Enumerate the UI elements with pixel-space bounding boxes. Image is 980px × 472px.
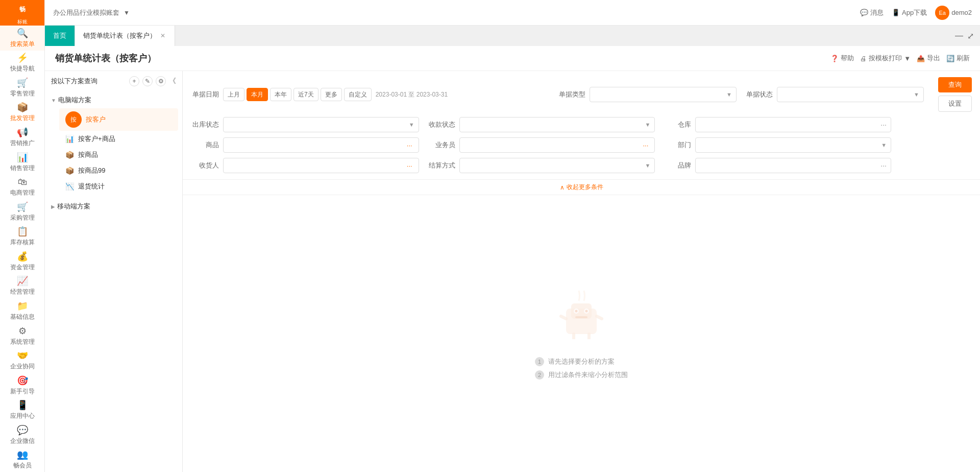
sidebar-item-ecommerce[interactable]: 🛍 电商管理 [0, 174, 44, 199]
tab-actions: — ⤢ [955, 31, 980, 41]
department-input[interactable]: ▼ [695, 137, 891, 153]
breadcrumb-dropdown[interactable]: ▼ [124, 9, 130, 16]
filter-field-goods: 商品 ··· [191, 137, 419, 153]
date-btn-more[interactable]: 更多 [321, 88, 342, 101]
sidebar-item-marketing[interactable]: 📢 营销推广 [0, 125, 44, 150]
tab-minimize-btn[interactable]: — [955, 31, 963, 40]
empty-state-icon [551, 288, 612, 349]
tab-close-btn[interactable]: ✕ [159, 31, 166, 40]
avatar: Ea [935, 6, 949, 20]
template-print-btn[interactable]: 🖨 按模板打印 ▼ [860, 54, 911, 63]
scheme-edit-btn[interactable]: ✎ [142, 76, 153, 86]
export-btn[interactable]: 📤 导出 [917, 54, 940, 63]
tab-home[interactable]: 首页 [45, 26, 75, 46]
message-btn[interactable]: 💬 消息 [860, 8, 884, 17]
sidebar-item-member[interactable]: 👥 畅会员 [0, 447, 44, 472]
out-status-input[interactable]: ▼ [223, 117, 419, 132]
app-download-btn[interactable]: 📱 App下载 [892, 8, 927, 17]
sidebar-item-inventory[interactable]: 📋 库存核算 [0, 224, 44, 249]
sidebar-item-search[interactable]: 🔍 搜索菜单 [0, 26, 44, 51]
sidebar-item-finance[interactable]: 💰 资金管理 [0, 249, 44, 274]
tab-maximize-btn[interactable]: ⤢ [967, 31, 974, 41]
sidebar-item-label: 资金管理 [10, 263, 35, 272]
download-icon: 📱 [892, 9, 900, 16]
setting-btn[interactable]: 设置 [938, 96, 972, 112]
sidebar-item-label: 快捷导航 [10, 64, 35, 73]
collapse-up-icon: ∧ [560, 184, 565, 191]
filter-field-consignee: 收货人 ··· [191, 158, 419, 173]
tab-sales-stats[interactable]: 销货单统计表（按客户） ✕ [75, 26, 175, 46]
doc-status-label: 单据状态 [745, 90, 773, 99]
sidebar-item-sales[interactable]: 📊 销售管理 [0, 150, 44, 175]
scheme-collapse-btn[interactable]: 《 [169, 77, 176, 86]
sidebar-item-quick-nav[interactable]: ⚡ 快捷导航 [0, 51, 44, 76]
sidebar-item-label: 批发管理 [10, 114, 35, 123]
print-icon: 🖨 [860, 55, 867, 62]
appcenter-icon: 📱 [17, 399, 28, 411]
salesperson-input[interactable]: ··· [459, 137, 655, 153]
date-btn-last-month[interactable]: 上月 [223, 88, 244, 101]
scheme-group-label-mobile: 移动端方案 [57, 202, 90, 211]
receive-status-input[interactable]: ▼ [459, 117, 655, 132]
doc-type-label: 单据类型 [557, 90, 585, 99]
sidebar-item-appcenter[interactable]: 📱 应用中心 [0, 397, 44, 422]
empty-tip-1: 1 请先选择要分析的方案 [535, 357, 628, 366]
goods-more-btn[interactable]: ··· [405, 141, 414, 149]
date-btn-this-year[interactable]: 本年 [270, 88, 291, 101]
consignee-more-btn[interactable]: ··· [405, 162, 414, 170]
scheme-settings-btn[interactable]: ⚙ [156, 76, 166, 86]
scheme-add-btn[interactable]: + [129, 76, 139, 86]
payment-method-input[interactable]: ▼ [459, 158, 655, 173]
collapse-bar[interactable]: ∧ 收起更多条件 [183, 180, 980, 195]
doc-status-input[interactable]: ▼ [777, 87, 924, 102]
filter-field-date: 单据日期 上月 本月 本年 近7天 更多 自定义 2023-03-01 至 20… [191, 88, 549, 101]
sidebar-item-wholesale[interactable]: 📦 批发管理 [0, 100, 44, 125]
sidebar-item-operations[interactable]: 📈 经营管理 [0, 274, 44, 299]
user-profile-btn[interactable]: Ea demo2 [935, 6, 972, 20]
sidebar-item-label: 企业微信 [10, 437, 35, 445]
sidebar-item-newbie[interactable]: 🎯 新手引导 [0, 373, 44, 398]
date-btn-custom[interactable]: 自定义 [344, 88, 372, 101]
filter-area: 单据日期 上月 本月 本年 近7天 更多 自定义 2023-03-01 至 20… [183, 71, 980, 472]
sidebar-item-label: 经营管理 [10, 288, 35, 296]
scheme-item-by-customer[interactable]: 按 按客户 [59, 108, 178, 131]
warehouse-label: 仓库 [663, 120, 691, 129]
filter-row-3: 商品 ··· 业务员 ··· [191, 137, 972, 153]
date-btn-last-7-days[interactable]: 近7天 [293, 88, 318, 101]
date-label: 单据日期 [191, 90, 219, 99]
sidebar-item-purchase[interactable]: 🛒 采购管理 [0, 199, 44, 224]
refresh-btn[interactable]: 🔄 刷新 [946, 54, 970, 63]
sidebar-item-wechat[interactable]: 💬 企业微信 [0, 422, 44, 447]
scheme-group-header-desktop[interactable]: ▼ 电脑端方案 [45, 92, 182, 108]
date-btn-this-month[interactable]: 本月 [247, 88, 268, 101]
consignee-input[interactable]: ··· [223, 158, 419, 173]
warehouse-input[interactable]: ··· [695, 117, 891, 132]
refresh-icon: 🔄 [946, 55, 954, 62]
sidebar-item-enterprise[interactable]: 🤝 企业协同 [0, 348, 44, 373]
filter-form: 单据日期 上月 本月 本年 近7天 更多 自定义 2023-03-01 至 20… [183, 71, 980, 180]
sidebar: 畅 标账 🔍 搜索菜单 ⚡ 快捷导航 🛒 零售管理 📦 批发管理 📢 营销推广 … [0, 0, 45, 472]
goods-input[interactable]: ··· [223, 137, 419, 153]
wholesale-icon: 📦 [17, 102, 28, 113]
help-icon: ❓ [830, 55, 839, 62]
salesperson-more-btn[interactable]: ··· [641, 141, 651, 149]
brand-input[interactable]: ··· [695, 158, 891, 173]
sidebar-item-label: 应用中心 [10, 412, 35, 420]
sidebar-item-basic[interactable]: 📁 基础信息 [0, 298, 44, 323]
sidebar-item-label: 畅会员 [13, 461, 32, 470]
sidebar-item-system[interactable]: ⚙ 系统管理 [0, 323, 44, 348]
sidebar-item-label: 零售管理 [10, 89, 35, 98]
scheme-item-by-goods-99[interactable]: 📦 按商品99 [59, 163, 178, 178]
scheme-item-return-stats[interactable]: 📉 退货统计 [59, 179, 178, 194]
scheme-item-by-customer-goods[interactable]: 📊 按客户+商品 [59, 131, 178, 147]
tab-sales-stats-label: 销货单统计表（按客户） [83, 31, 156, 40]
svg-text:畅: 畅 [19, 6, 26, 13]
sidebar-item-retail[interactable]: 🛒 零售管理 [0, 75, 44, 100]
scheme-group-header-mobile[interactable]: ▶ 移动端方案 [45, 199, 182, 214]
scheme-panel-title: 按以下方案查询 [51, 77, 97, 86]
query-btn[interactable]: 查询 [938, 77, 972, 92]
app-logo[interactable]: 畅 标账 [0, 0, 44, 26]
doc-type-input[interactable]: ▼ [590, 87, 737, 102]
scheme-item-by-goods[interactable]: 📦 按商品 [59, 147, 178, 162]
help-btn[interactable]: ❓ 帮助 [830, 54, 854, 63]
